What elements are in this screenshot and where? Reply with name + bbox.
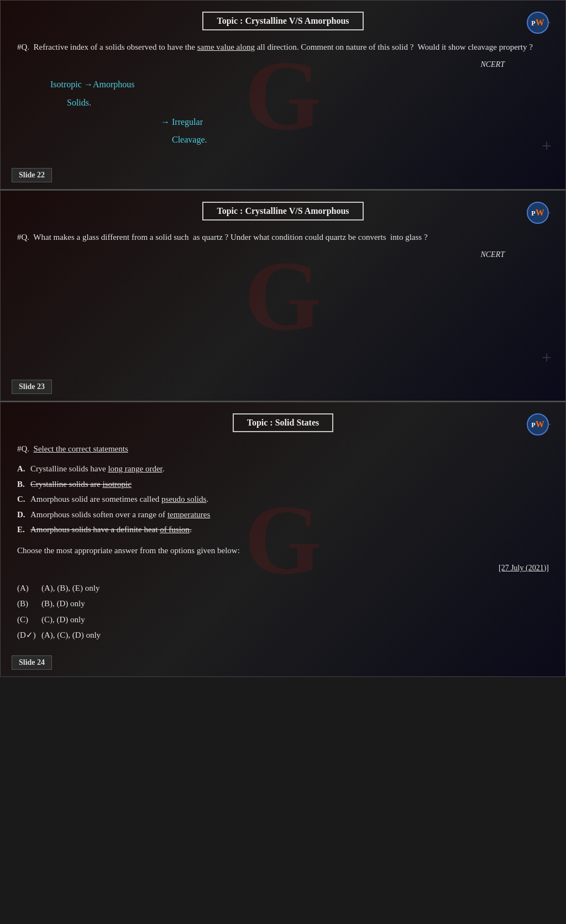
answer-c-value: (C), (D) only bbox=[41, 612, 85, 628]
slide-22-content: ＋ ＋ Topic : Crystalline V/S Amorphous PW… bbox=[1, 1, 565, 189]
slide-24-topic-header: Topic : Solid States PW bbox=[17, 413, 549, 432]
option-c: C. Amorphous solid are sometimes called … bbox=[17, 492, 549, 507]
slide-23-container: ＋ ＋ Topic : Crystalline V/S Amorphous PW… bbox=[0, 190, 566, 401]
pw-logo-p-23: PW bbox=[531, 208, 544, 217]
slide-22-question: #Q. Refractive index of a solids observe… bbox=[17, 40, 549, 54]
pw-logo-23: PW bbox=[527, 202, 549, 224]
pw-logo-p: PW bbox=[531, 18, 544, 27]
hw-line-2: Solids. bbox=[67, 95, 549, 111]
answer-d-value: (A), (C), (D) only bbox=[41, 627, 101, 643]
slide-24-content: ＋ Topic : Solid States PW #Q. Select the… bbox=[1, 402, 565, 676]
slide-22-handwritten: Isotropic →Amorphous Solids. → Irregular… bbox=[17, 69, 549, 156]
option-e-letter: E. bbox=[17, 523, 30, 537]
answer-b-value: (B), (D) only bbox=[41, 596, 85, 612]
option-d-letter: D. bbox=[17, 508, 30, 522]
pw-logo-22: PW bbox=[527, 12, 549, 34]
option-a-letter: A. bbox=[17, 462, 30, 476]
choose-text: Choose the most appropriate answer from … bbox=[17, 544, 549, 557]
answer-d: (D✓) (A), (C), (D) only bbox=[17, 627, 549, 643]
hw-line-1: Isotropic →Amorphous bbox=[50, 77, 549, 93]
answer-c-label: (C) bbox=[17, 612, 37, 628]
slide-22-topic-header: Topic : Crystalline V/S Amorphous PW bbox=[17, 12, 549, 30]
pw-logo-24: PW bbox=[527, 413, 549, 435]
option-c-letter: C. bbox=[17, 492, 30, 507]
slide-22-ncert: NCERT bbox=[17, 60, 505, 69]
option-d: D. Amorphous solids soften over a range … bbox=[17, 508, 549, 522]
hw-line-3: → Irregular bbox=[161, 114, 549, 130]
option-c-text: Amorphous solid are sometimes called pse… bbox=[30, 492, 208, 507]
date-tag: [27 July (2021)] bbox=[17, 564, 549, 573]
hw-line-4: Cleavage. bbox=[172, 132, 549, 148]
option-a: A. Crystalline solids have long range or… bbox=[17, 462, 549, 476]
answer-a-value: (A), (B), (E) only bbox=[41, 580, 99, 596]
slide-23-content: ＋ ＋ Topic : Crystalline V/S Amorphous PW… bbox=[1, 191, 565, 401]
option-d-text: Amorphous solids soften over a range of … bbox=[30, 508, 210, 522]
plus-decoration-bottom-23: ＋ bbox=[539, 347, 554, 368]
slide-24-topic-box: Topic : Solid States bbox=[233, 413, 334, 432]
answer-a-label: (A) bbox=[17, 580, 37, 596]
slide-23-topic-box: Topic : Crystalline V/S Amorphous bbox=[202, 202, 363, 221]
slide-23-ncert: NCERT bbox=[17, 250, 505, 259]
option-b-letter: B. bbox=[17, 477, 30, 492]
option-b: B. Crystalline solids are isotropic bbox=[17, 477, 549, 492]
slide-22-label: Slide 22 bbox=[12, 168, 52, 182]
answer-options: (A) (A), (B), (E) only (B) (B), (D) only… bbox=[17, 580, 549, 643]
slide-24-label: Slide 24 bbox=[12, 655, 52, 670]
slide-24-container: ＋ Topic : Solid States PW #Q. Select the… bbox=[0, 402, 566, 677]
slide-22-container: ＋ ＋ Topic : Crystalline V/S Amorphous PW… bbox=[0, 0, 566, 190]
slide-24-options: A. Crystalline solids have long range or… bbox=[17, 462, 549, 537]
option-e: E. Amorphous solids have a definite heat… bbox=[17, 523, 549, 537]
slide-23-topic-header: Topic : Crystalline V/S Amorphous PW bbox=[17, 202, 549, 221]
slide-24-question: #Q. Select the correct statements bbox=[17, 442, 549, 455]
answer-c: (C) (C), (D) only bbox=[17, 612, 549, 628]
pw-logo-p-24: PW bbox=[531, 420, 544, 429]
slide-22-topic-box: Topic : Crystalline V/S Amorphous bbox=[202, 12, 363, 30]
slide-23-label: Slide 23 bbox=[12, 380, 52, 394]
option-e-text: Amorphous solids have a definite heat of… bbox=[30, 523, 192, 537]
slide-23-question: #Q. What makes a glass different from a … bbox=[17, 230, 549, 244]
answer-d-label: (D✓) bbox=[17, 627, 37, 643]
answer-a: (A) (A), (B), (E) only bbox=[17, 580, 549, 596]
answer-b-label: (B) bbox=[17, 596, 37, 612]
answer-b: (B) (B), (D) only bbox=[17, 596, 549, 612]
option-b-text: Crystalline solids are isotropic bbox=[30, 477, 132, 492]
option-a-text: Crystalline solids have long range order… bbox=[30, 462, 164, 476]
